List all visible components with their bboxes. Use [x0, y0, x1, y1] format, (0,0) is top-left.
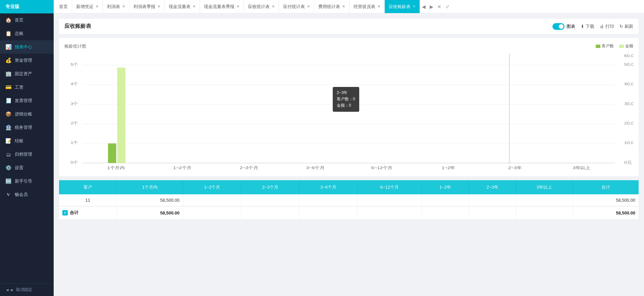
sidebar-item-label: 设置 [15, 165, 23, 171]
tab-cashflow-quarterly-label: 现金流量表季报 [204, 4, 234, 10]
sidebar-item-label: 畅会员 [15, 192, 28, 198]
tab-next-button[interactable]: ▶ [428, 0, 435, 13]
svg-text:20,000.00元: 20,000.00元 [624, 121, 633, 126]
sidebar-item-funds[interactable]: 💰 资金管理 [0, 54, 54, 67]
refresh-icon: ↻ [620, 24, 623, 29]
bar-amount-0 [117, 67, 125, 163]
total-m1-2 [183, 206, 241, 219]
refresh-button[interactable]: ↻ 刷新 [620, 23, 633, 30]
print-icon: 🖨 [600, 24, 604, 29]
unpin-button[interactable]: ◄◄ 取消固定 [0, 283, 54, 296]
tab-ar-stats[interactable]: 应收统计表 ✕ [244, 0, 279, 13]
svg-text:0元: 0元 [624, 160, 632, 164]
tab-ap-stats[interactable]: 应付统计表 ✕ [279, 0, 314, 13]
tab-cashflow-quarterly[interactable]: 现金流量表季报 ✕ [200, 0, 244, 13]
tab-ap-stats-label: 应付统计表 [283, 4, 305, 10]
total-m1: 58,500.00 [117, 206, 183, 219]
cell-y2-3 [469, 194, 516, 206]
tab-cashflow-close[interactable]: ✕ [193, 4, 196, 9]
svg-text:2个: 2个 [70, 121, 78, 126]
sidebar-item-assets[interactable]: 🏢 固定资产 [0, 67, 54, 81]
sidebar-item-invoice[interactable]: 🧾 发票管理 [0, 94, 54, 107]
sidebar-item-label: 报表中心 [15, 44, 32, 50]
tab-expand-button[interactable]: ⤢ [443, 0, 451, 13]
legend-amount: 金额 [619, 43, 633, 49]
tab-close-all-button[interactable]: ✕ [435, 0, 443, 13]
sidebar-item-member[interactable]: V 畅会员 [0, 188, 54, 201]
closing-icon: 📝 [5, 138, 11, 144]
sidebar-item-wages[interactable]: 💳 工资 [0, 81, 54, 94]
download-button[interactable]: ⬇ 下载 [581, 23, 594, 30]
cell-total: 58,500.00 [573, 194, 639, 206]
svg-text:3个: 3个 [70, 101, 78, 106]
tab-profit-label: 利润表 [107, 4, 120, 10]
svg-text:50,000.00元: 50,000.00元 [624, 62, 633, 67]
sidebar-item-label: 税务管理 [15, 125, 32, 131]
tab-expense-close[interactable]: ✕ [342, 4, 345, 9]
svg-text:4个: 4个 [70, 82, 78, 86]
svg-text:30,000.00元: 30,000.00元 [624, 101, 633, 106]
tab-bar: 首页 新增凭证 ✕ 利润表 ✕ 利润表季报 ✕ 现金流量表 ✕ 现金流量表季报 … [54, 0, 644, 13]
total-y3-plus [516, 206, 573, 219]
chart-legend: 客户数 金额 [596, 43, 633, 49]
tab-home[interactable]: 首页 [55, 0, 72, 13]
content-area: 应收账龄表 图表 ⬇ 下载 🖨 打印 ↻ 刷新 [54, 13, 644, 296]
refresh-label: 刷新 [625, 23, 633, 30]
home-icon: 🏠 [5, 17, 11, 23]
svg-text:1个月内: 1个月内 [107, 165, 124, 170]
sidebar-item-archive[interactable]: 🗂 归档管理 [0, 148, 54, 161]
sidebar-item-home[interactable]: 🏠 首页 [0, 13, 54, 27]
tab-cashflow-label: 现金流量表 [169, 4, 191, 10]
tab-voucher-close[interactable]: ✕ [96, 4, 99, 9]
tab-ar-aging[interactable]: 应收账龄表 ✕ [385, 0, 420, 13]
col-customer: 客户 [59, 180, 117, 194]
aging-table: 客户 1个月内 1~2个月 2~3个月 3~6个月 6~12个月 1~2年 2~… [59, 180, 639, 219]
table-container: 客户 1个月内 1~2个月 2~3个月 3~6个月 6~12个月 1~2年 2~… [59, 180, 639, 219]
sidebar-item-label: 结账 [15, 138, 23, 144]
sidebar-item-tax[interactable]: 🏦 税务管理 [0, 121, 54, 134]
tab-business-close[interactable]: ✕ [377, 4, 380, 9]
sidebar-item-settings[interactable]: ⚙️ 设置 [0, 161, 54, 175]
sidebar-item-guide[interactable]: 🆕 新手引导 [0, 175, 54, 188]
legend-customer: 客户数 [596, 43, 614, 49]
tab-cashflow-quarterly-close[interactable]: ✕ [236, 4, 239, 9]
table-total-row: Σ 合计 58,500.00 58,500.00 [59, 206, 639, 219]
svg-text:60,000.00元: 60,000.00元 [624, 53, 633, 58]
total-icon: Σ [62, 210, 68, 215]
tab-expense-label: 费用统计表 [318, 4, 340, 10]
invoice-icon: 🧾 [5, 98, 11, 104]
tab-ap-stats-close[interactable]: ✕ [307, 4, 310, 9]
tab-ar-stats-close[interactable]: ✕ [272, 4, 275, 9]
tab-ar-aging-close[interactable]: ✕ [413, 4, 416, 9]
tab-expense[interactable]: 费用统计表 ✕ [314, 0, 350, 13]
svg-text:1个: 1个 [70, 141, 78, 145]
chart-toggle[interactable]: 图表 [552, 23, 575, 30]
tab-business[interactable]: 经营状况表 ✕ [350, 0, 385, 13]
tab-voucher[interactable]: 新增凭证 ✕ [72, 0, 103, 13]
sidebar-item-ledger[interactable]: 📋 总账 [0, 27, 54, 40]
sidebar-item-label: 总账 [15, 31, 23, 37]
svg-text:5个: 5个 [70, 62, 78, 67]
tab-profit-quarterly[interactable]: 利润表季报 ✕ [129, 0, 165, 13]
tab-profit-quarterly-close[interactable]: ✕ [157, 4, 160, 9]
tab-ar-stats-label: 应收统计表 [248, 4, 270, 10]
chart-svg: 0个 1个 2个 3个 4个 5个 0元 10,000.00元 20,000.0… [64, 53, 633, 171]
tab-profit[interactable]: 利润表 ✕ [103, 0, 129, 13]
bar-customer-0 [108, 143, 116, 163]
total-label-cell: Σ 合计 [59, 206, 117, 219]
tab-cashflow[interactable]: 现金流量表 ✕ [165, 0, 200, 13]
toggle-switch-control[interactable] [552, 23, 565, 30]
sidebar-item-label: 工资 [15, 84, 23, 90]
col-m1-2: 1~2个月 [183, 180, 241, 194]
print-button[interactable]: 🖨 打印 [600, 23, 614, 30]
col-y3-plus: 3年以上 [516, 180, 573, 194]
tab-prev-button[interactable]: ◀ [420, 0, 428, 13]
sidebar-item-closing[interactable]: 📝 结账 [0, 134, 54, 148]
sidebar-item-reports[interactable]: 📊 报表中心 [0, 40, 54, 54]
sidebar-item-sales[interactable]: 📦 进销台账 [0, 107, 54, 121]
tab-profit-close[interactable]: ✕ [122, 4, 125, 9]
svg-text:1~2个月: 1~2个月 [173, 165, 192, 170]
total-m6-12 [358, 206, 422, 219]
svg-text:1~2年: 1~2年 [442, 165, 455, 170]
sidebar-item-label: 新手引导 [15, 178, 32, 184]
